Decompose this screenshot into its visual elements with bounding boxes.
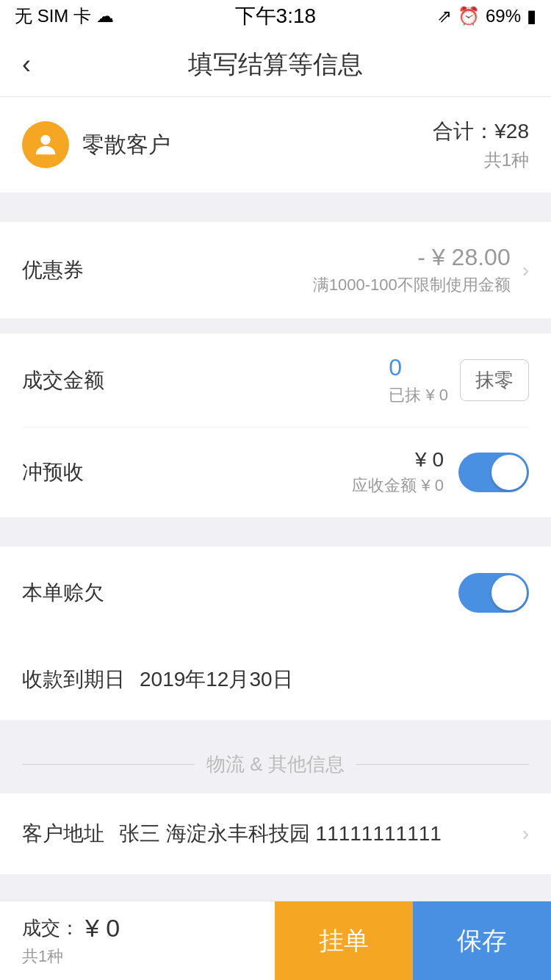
hold-button[interactable]: 挂单 (275, 901, 413, 981)
bottom-info: 成交： ¥ 0 共1种 (0, 914, 275, 968)
prepayment-amount-col: ¥ 0 应收金额 ¥ 0 (352, 448, 444, 497)
debt-toggle-thumb (491, 575, 527, 610)
coupon-sub: 满1000-100不限制使用金额 (313, 274, 511, 296)
round-button[interactable]: 抹零 (460, 359, 529, 401)
coupon-label: 优惠券 (22, 256, 84, 284)
address-label: 客户地址 (22, 820, 104, 848)
content: 零散客户 合计：¥28 共1种 优惠券 - ¥ 28.00 满1000-100不… (0, 97, 551, 962)
status-bar-left: 无 SIM 卡 ☁ (15, 4, 114, 28)
transaction-right: 0 已抹 ¥ 0 抹零 (389, 354, 529, 406)
battery-level: 69% (486, 6, 521, 26)
logistics-hr-left (22, 764, 195, 765)
debt-label: 本单赊欠 (22, 579, 104, 607)
due-date-row: 收款到期日 2019年12月30日 (22, 639, 529, 720)
status-bar: 无 SIM 卡 ☁ 下午3:18 ⇗ ⏰ 69% ▮ (0, 0, 551, 32)
customer-count: 共1种 (433, 148, 529, 172)
sim-status: 无 SIM 卡 ☁ (15, 4, 114, 28)
debt-toggle[interactable] (458, 573, 529, 613)
logistics-hr-right (356, 764, 529, 765)
battery-icon: ▮ (527, 6, 536, 26)
customer-section: 零散客户 合计：¥28 共1种 (0, 97, 551, 192)
address-chevron-icon: › (522, 822, 529, 846)
coupon-value-col: - ¥ 28.00 满1000-100不限制使用金额 (313, 244, 511, 296)
logistics-text: 物流 & 其他信息 (206, 752, 345, 777)
transaction-sub: 已抹 ¥ 0 (389, 384, 448, 406)
due-date-value: 2019年12月30日 (140, 666, 293, 693)
logistics-line: 物流 & 其他信息 (0, 752, 551, 777)
prepayment-sub: 应收金额 ¥ 0 (352, 475, 444, 497)
status-bar-time: 下午3:18 (235, 2, 317, 30)
address-value: 张三 海淀永丰科技园 11111111111 (119, 820, 518, 848)
deal-amount: ¥ 0 (85, 914, 120, 943)
svg-point-0 (40, 135, 50, 145)
bottom-bar: 成交： ¥ 0 共1种 挂单 保存 (0, 901, 551, 980)
prepayment-label: 冲预收 (22, 458, 84, 486)
address-row[interactable]: 客户地址 张三 海淀永丰科技园 11111111111 › (22, 793, 529, 874)
nav-bar: ‹ 填写结算等信息 (0, 32, 551, 97)
transaction-row: 成交金额 0 已抹 ¥ 0 抹零 (22, 334, 529, 428)
person-icon (31, 130, 60, 159)
customer-right: 合计：¥28 共1种 (433, 118, 529, 172)
debt-section: 本单赊欠 (0, 547, 551, 639)
customer-avatar (22, 121, 69, 168)
customer-total: 合计：¥28 (433, 118, 529, 145)
coupon-right: - ¥ 28.00 满1000-100不限制使用金额 › (313, 244, 529, 296)
back-button[interactable]: ‹ (22, 49, 31, 80)
coupon-row[interactable]: 优惠券 - ¥ 28.00 满1000-100不限制使用金额 › (0, 222, 551, 319)
divider-1 (0, 192, 551, 207)
prepayment-right: ¥ 0 应收金额 ¥ 0 (352, 448, 529, 497)
debt-row: 本单赊欠 (22, 547, 529, 639)
address-section: 客户地址 张三 海淀永丰科技园 11111111111 › (0, 793, 551, 874)
alarm-icon: ⏰ (458, 6, 480, 26)
chevron-right-icon: › (522, 259, 529, 282)
due-date-section: 收款到期日 2019年12月30日 (0, 639, 551, 720)
divider-3 (0, 517, 551, 532)
customer-name: 零散客户 (82, 130, 170, 160)
bottom-count: 共1种 (22, 945, 253, 968)
coupon-section: 优惠券 - ¥ 28.00 满1000-100不限制使用金额 › (0, 222, 551, 319)
transaction-label: 成交金额 (22, 367, 104, 394)
location-icon: ⇗ (437, 6, 452, 26)
save-button[interactable]: 保存 (413, 901, 551, 981)
coupon-amount: - ¥ 28.00 (313, 244, 511, 271)
bottom-deal: 成交： ¥ 0 (22, 914, 253, 943)
page-title: 填写结算等信息 (188, 48, 363, 82)
prepayment-row: 冲预收 ¥ 0 应收金额 ¥ 0 (22, 428, 529, 517)
logistics-divider: 物流 & 其他信息 (0, 735, 551, 793)
status-bar-right: ⇗ ⏰ 69% ▮ (437, 6, 536, 26)
prepayment-value: ¥ 0 (352, 448, 444, 472)
deal-label: 成交： (22, 915, 79, 941)
customer-left: 零散客户 (22, 121, 170, 168)
transaction-value: 0 (389, 354, 448, 381)
prepayment-toggle[interactable] (458, 453, 529, 492)
amount-section: 成交金额 0 已抹 ¥ 0 抹零 冲预收 ¥ 0 应收金额 ¥ 0 (0, 334, 551, 517)
divider-2 (0, 319, 551, 334)
transaction-value-col: 0 已抹 ¥ 0 (389, 354, 448, 406)
due-date-label: 收款到期日 (22, 666, 125, 693)
toggle-thumb (491, 455, 527, 490)
